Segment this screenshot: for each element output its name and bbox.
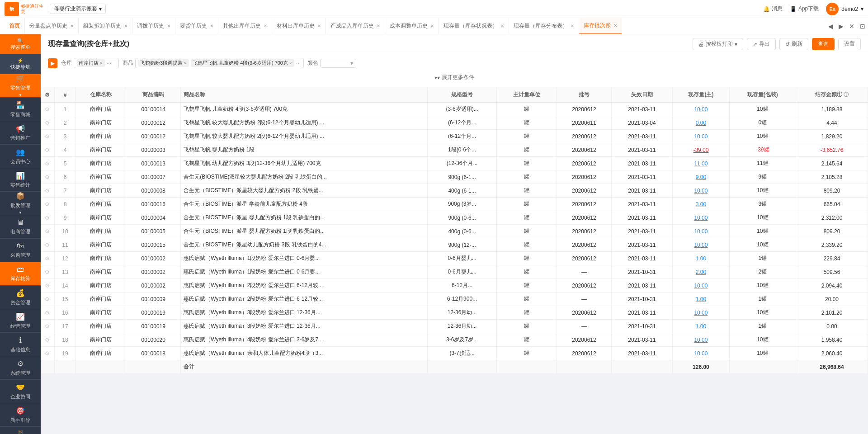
row-settings-cell[interactable]: ⚙ [41,198,54,211]
tab-11-close-icon[interactable]: ✕ [613,23,617,28]
row-settings-cell[interactable]: ⚙ [41,292,54,306]
sidebar-item-system[interactable]: ⚙ 系统管理 [0,356,41,380]
row-settings-cell[interactable]: ⚙ [41,184,54,198]
tab-5-close-icon[interactable]: ✕ [264,24,267,28]
tab-4[interactable]: 要货单历史 ✕ [175,18,218,34]
balance-info-icon[interactable]: ⓘ [844,92,849,97]
sidebar-item-ecommerce[interactable]: 🖥 电商管理 [0,215,41,239]
row-stock-main[interactable]: 10.00 [673,130,730,143]
row-settings-cell[interactable]: ⚙ [41,130,54,143]
sidebar-item-operations[interactable]: 📈 经营管理 [0,309,41,333]
row-settings-cell[interactable]: ⚙ [41,170,54,184]
row-stock-main[interactable]: 10.00 [673,238,730,252]
row-settings-cell[interactable]: ⚙ [41,116,54,130]
product-tag-2-close-icon[interactable]: ✕ [289,61,292,66]
tab-6-close-icon[interactable]: ✕ [317,24,321,28]
row-stock-main[interactable]: 0.00 [673,116,730,130]
tab-10[interactable]: 现存量（库存分布表） ✕ [509,18,579,34]
row-stock-main[interactable]: -39.00 [673,143,730,157]
tab-9[interactable]: 现存量（库存状况表） ✕ [439,18,509,34]
row-stock-main[interactable]: 2.00 [673,265,730,279]
row-stock-main[interactable]: 9.00 [673,170,730,184]
tab-3[interactable]: 调拨单历史 ✕ [132,18,175,34]
tab-11[interactable]: 库存批次账 ✕ [579,18,622,34]
sidebar-item-wholesale[interactable]: 📦 批发管理 ▼ [0,192,41,215]
product-filter-input[interactable]: 飞鹤奶粉3段两提装 ✕ 飞鹤星飞帆 儿童奶粉 4段(3-6岁适用) 700克 ✕… [135,58,304,68]
tab-1-close-icon[interactable]: ✕ [70,24,74,28]
row-stock-main[interactable]: 10.00 [673,184,730,198]
settings-button[interactable]: 设置 [838,38,861,50]
row-settings-cell[interactable]: ⚙ [41,333,54,347]
row-stock-main[interactable]: 1.00 [673,320,730,333]
row-settings-cell[interactable]: ⚙ [41,320,54,333]
product-more-icon[interactable]: ··· [296,60,301,66]
row-settings-cell[interactable]: ⚙ [41,306,54,320]
row-stock-main[interactable]: 10.00 [673,279,730,292]
sidebar-search[interactable]: 🔍 搜索菜单 [0,34,41,54]
sidebar-item-retail-management[interactable]: 🛒 零售管理 ▼ [0,74,41,98]
sidebar-item-retail-stats[interactable]: 📊 零售统计 [0,168,41,192]
tab-1[interactable]: 分量盘点单历史 ✕ [25,18,79,34]
tab-2[interactable]: 组装拆卸单历史 ✕ [79,18,132,34]
tab-5[interactable]: 其他出库单历史 ✕ [218,18,272,34]
sidebar-item-inventory[interactable]: 🗃 库存核算 [0,262,41,286]
row-settings-cell[interactable]: ⚙ [41,279,54,292]
sidebar-item-enterprise[interactable]: 🤝 企业协同 [0,380,41,403]
row-stock-main[interactable]: 3.00 [673,198,730,211]
query-button[interactable]: 查询 [812,38,835,50]
breadcrumb-select[interactable]: 母婴行业演示账套 ▾ [50,4,106,14]
row-settings-cell[interactable]: ⚙ [41,225,54,238]
row-settings-cell[interactable]: ⚙ [41,211,54,225]
export-button[interactable]: ↗ 导出 [747,38,776,50]
row-settings-cell[interactable]: ⚙ [41,143,54,157]
sidebar-item-members[interactable]: 👥 会员中心 [0,145,41,168]
tab-2-close-icon[interactable]: ✕ [124,24,127,28]
row-stock-main[interactable]: 10.00 [673,333,730,347]
warehouse-tag-close-icon[interactable]: ✕ [99,61,103,66]
refresh-button[interactable]: ↺ 刷新 [779,38,808,50]
col-settings-header[interactable]: ⚙ [41,87,54,103]
app-download-button[interactable]: 📱 App下载 [790,5,819,13]
row-settings-cell[interactable]: ⚙ [41,265,54,279]
tab-3-close-icon[interactable]: ✕ [167,24,170,28]
row-stock-main[interactable]: 1.00 [673,252,730,265]
sidebar-item-purchase[interactable]: 🛍 采购管理 [0,239,41,262]
row-settings-cell[interactable]: ⚙ [41,157,54,170]
sidebar-quick-nav[interactable]: ⚡ 快捷导航 [0,54,41,74]
row-stock-main[interactable]: 10.00 [673,347,730,360]
tab-7[interactable]: 产成品入库单历史 ✕ [326,18,385,34]
row-stock-main[interactable]: 10.00 [673,211,730,225]
row-stock-main[interactable]: 11.00 [673,157,730,170]
tab-8-close-icon[interactable]: ✕ [430,24,434,28]
messages-button[interactable]: 🔔 消息 [763,5,783,13]
warehouse-filter-input[interactable]: 南岸门店 ✕ ··· [74,58,119,68]
row-stock-main[interactable]: 10.00 [673,103,730,116]
tab-6[interactable]: 材料出库单历史 ✕ [272,18,326,34]
row-settings-cell[interactable]: ⚙ [41,347,54,360]
tab-10-close-icon[interactable]: ✕ [571,24,574,28]
row-settings-cell[interactable]: ⚙ [41,252,54,265]
row-stock-main[interactable]: 10.00 [673,306,730,320]
tab-home[interactable]: 首页 [5,18,25,34]
sidebar-item-retail-mall[interactable]: 🏪 零售商城 [0,98,41,121]
filter-expand-button[interactable]: ▶ [48,58,57,68]
row-stock-main[interactable]: 1.00 [673,292,730,306]
tab-7-close-icon[interactable]: ✕ [377,24,380,28]
warehouse-more-icon[interactable]: ··· [107,60,111,66]
expand-more-conditions-button[interactable]: ▾▾ 展开更多条件 [431,72,478,83]
tabs-maximize-icon[interactable]: ⊡ [857,23,868,30]
row-stock-main[interactable]: 10.00 [673,225,730,238]
tabs-close-all-icon[interactable]: ✕ [846,23,857,30]
sidebar-item-app-center[interactable]: 📱 应用中心 [0,427,41,434]
tabs-next-arrow[interactable]: ▶ [836,23,846,30]
sidebar-item-base-info[interactable]: ℹ 基础信息 [0,333,41,356]
tab-8[interactable]: 成本调整单历史 ✕ [385,18,439,34]
tab-4-close-icon[interactable]: ✕ [210,24,213,28]
user-area[interactable]: Ea demo2 ▾ [826,3,863,15]
sidebar-item-guide[interactable]: 🎯 新手引导 [0,403,41,427]
color-filter-input[interactable]: ▾ [320,59,356,68]
color-chevron-icon[interactable]: ▾ [350,60,353,66]
row-settings-cell[interactable]: ⚙ [41,103,54,116]
tabs-prev-arrow[interactable]: ◀ [826,23,836,30]
sidebar-item-finance[interactable]: 💰 资金管理 [0,286,41,309]
